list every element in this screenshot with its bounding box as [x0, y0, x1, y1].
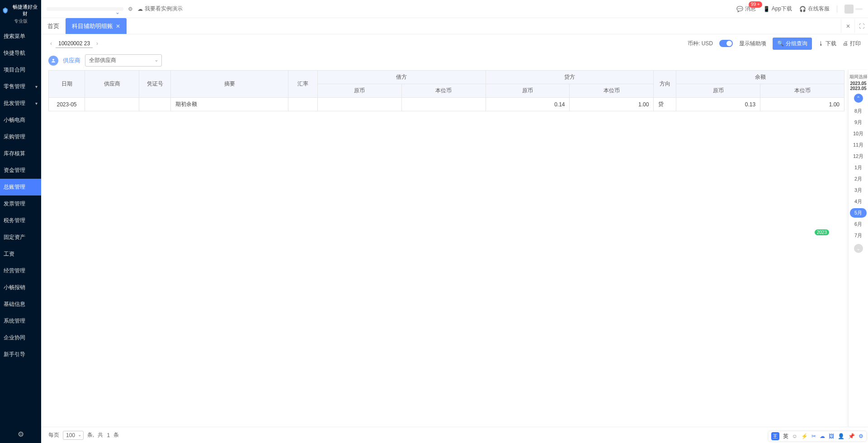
- sidebar-item-19[interactable]: 新手引导: [0, 346, 41, 363]
- prev-account-button[interactable]: ‹: [48, 40, 54, 47]
- search-icon: 🔍: [777, 40, 784, 47]
- brand-edition: 专业版: [2, 18, 39, 24]
- pager-unit: 条,: [87, 431, 94, 439]
- sidebar-item-17[interactable]: 系统管理: [0, 313, 41, 329]
- period-scroll-up-button[interactable]: ⌃: [854, 94, 863, 103]
- ime-gear-icon[interactable]: ⚙: [859, 433, 863, 439]
- month-item[interactable]: 12月: [849, 151, 868, 162]
- sidebar-item-label: 采购管理: [4, 133, 25, 141]
- sidebar-item-label: 企业协同: [4, 334, 25, 342]
- supplier-label: 供应商: [63, 57, 80, 65]
- ime-user-icon[interactable]: 👤: [838, 433, 844, 439]
- month-item[interactable]: 4月: [849, 196, 868, 207]
- app-download-button[interactable]: 📱 App下载: [763, 5, 792, 13]
- month-item[interactable]: 9月: [849, 117, 868, 128]
- show-aux-toggle[interactable]: [719, 40, 733, 47]
- sidebar-item-11[interactable]: 税务管理: [0, 212, 41, 229]
- ime-lightning-icon[interactable]: ⚡: [801, 433, 808, 439]
- sidebar-item-16[interactable]: 基础信息: [0, 296, 41, 313]
- period-scroll-down-button[interactable]: ⌄: [854, 244, 863, 253]
- account-code[interactable]: 10020002 23: [56, 39, 93, 48]
- user-menu[interactable]: [844, 5, 863, 14]
- print-button[interactable]: 🖨 打印: [843, 40, 861, 48]
- month-item[interactable]: 6月: [849, 219, 868, 230]
- fullscreen-button[interactable]: ⛶: [854, 19, 868, 33]
- group-query-button[interactable]: 🔍 分组查询: [773, 38, 812, 50]
- ime-pin-icon[interactable]: 📌: [848, 433, 855, 439]
- sidebar-settings-icon[interactable]: ⚙: [18, 430, 24, 438]
- ime-image-icon[interactable]: 🖼: [829, 433, 834, 439]
- month-item[interactable]: 5月: [850, 208, 867, 218]
- sidebar-item-5[interactable]: 小畅电商: [0, 112, 41, 129]
- top-header: ⌄ ⚙ ☁ 我要看实例演示 💬 消息 99 + 📱 App下载: [41, 0, 868, 18]
- month-item[interactable]: 10月: [849, 128, 868, 139]
- org-selector[interactable]: ⌄: [47, 7, 123, 11]
- message-button[interactable]: 💬 消息 99 +: [736, 5, 756, 13]
- page-size-select[interactable]: 100 ⌄: [63, 431, 84, 440]
- tabs-close-all-button[interactable]: ✕: [841, 19, 854, 33]
- sidebar-item-14[interactable]: 经营管理: [0, 262, 41, 279]
- print-label: 打印: [850, 40, 861, 48]
- toolbar: ‹ 10020002 23 › 币种: USD 显示辅助项 🔍 分组查询 ⭳: [41, 34, 868, 52]
- month-item[interactable]: 3月: [849, 185, 868, 196]
- close-icon[interactable]: ✕: [116, 23, 120, 29]
- online-service-label: 在线客服: [808, 5, 830, 13]
- th-date: 日期: [49, 71, 85, 98]
- sidebar-item-4[interactable]: 批发管理▾: [0, 95, 41, 112]
- ime-lang[interactable]: 英: [783, 433, 788, 440]
- supplier-select[interactable]: 全部供应商 ⌄: [85, 54, 162, 67]
- month-item[interactable]: 1月: [849, 162, 868, 173]
- sidebar-item-label: 工资: [4, 250, 14, 258]
- th-direction: 方向: [654, 71, 676, 98]
- sidebar-item-label: 基础信息: [4, 300, 25, 308]
- cell-direction: 贷: [654, 98, 676, 111]
- period-title: 期间选择: [849, 73, 868, 81]
- th-voucher: 凭证号: [139, 71, 171, 98]
- download-button[interactable]: ⭳ 下载: [818, 40, 836, 48]
- ime-cloud-icon[interactable]: ☁: [820, 433, 825, 439]
- sidebar-item-2[interactable]: 项目合同: [0, 62, 41, 78]
- ime-smile-icon[interactable]: ☺: [792, 433, 797, 439]
- cell-rate: [288, 98, 318, 111]
- sidebar-item-7[interactable]: 库存核算: [0, 145, 41, 162]
- sidebar-item-3[interactable]: 零售管理▾: [0, 78, 41, 95]
- header-settings-icon[interactable]: ⚙: [128, 6, 133, 12]
- month-item[interactable]: 7月: [849, 230, 868, 241]
- month-item[interactable]: 2月: [849, 173, 868, 185]
- table-row[interactable]: 2023-05期初余额0.141.00贷0.131.00: [49, 98, 844, 111]
- sidebar-item-9[interactable]: 总账管理: [0, 179, 41, 195]
- sidebar-item-12[interactable]: 固定资产: [0, 229, 41, 246]
- period-start[interactable]: 2023.05: [850, 81, 866, 86]
- content: 日期 供应商 凭证号 摘要 汇率 借方 贷方 方向 余额 原币 本位: [41, 70, 868, 427]
- supplier-value: 全部供应商: [89, 57, 116, 63]
- period-end[interactable]: 2023.05: [850, 86, 866, 91]
- next-account-button[interactable]: ›: [94, 40, 100, 47]
- sidebar-item-0[interactable]: 搜索菜单: [0, 28, 41, 45]
- sidebar-item-label: 项目合同: [4, 66, 25, 74]
- cell-date: 2023-05: [49, 98, 85, 111]
- sidebar-item-8[interactable]: 资金管理: [0, 162, 41, 179]
- ime-scissors-icon[interactable]: ✂: [811, 433, 816, 439]
- download-label: 下载: [826, 40, 836, 48]
- sidebar-item-15[interactable]: 小畅报销: [0, 279, 41, 296]
- demo-link[interactable]: ☁ 我要看实例演示: [137, 5, 183, 13]
- cell-debit-orig: [318, 98, 402, 111]
- month-item[interactable]: 11月: [849, 139, 868, 151]
- pager-total-prefix: 共: [98, 431, 103, 439]
- sidebar-item-10[interactable]: 发票管理: [0, 195, 41, 212]
- month-item[interactable]: 8月: [849, 105, 868, 117]
- sidebar-item-13[interactable]: 工资: [0, 246, 41, 262]
- sidebar-item-18[interactable]: 企业协同: [0, 329, 41, 346]
- tab-home-label: 首页: [47, 22, 59, 30]
- tab-ledger-detail[interactable]: 科目辅助明细账 ✕: [66, 18, 127, 34]
- cell-balance-base: 1.00: [760, 98, 844, 111]
- th-rate: 汇率: [288, 71, 318, 98]
- ime-logo-icon[interactable]: 王: [771, 432, 779, 440]
- tab-home[interactable]: 首页: [41, 18, 66, 34]
- sidebar-item-label: 零售管理: [4, 83, 25, 91]
- th-balance-base: 本位币: [760, 84, 844, 98]
- sidebar-item-6[interactable]: 采购管理: [0, 129, 41, 145]
- tab-ledger-label: 科目辅助明细账: [72, 22, 113, 30]
- sidebar-item-1[interactable]: 快捷导航: [0, 45, 41, 62]
- online-service-button[interactable]: 🎧 在线客服: [799, 5, 830, 13]
